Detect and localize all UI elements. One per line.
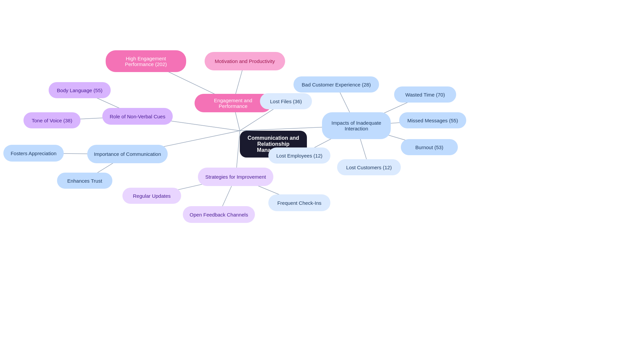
importance-communication: Importance of Communication (87, 145, 168, 163)
enhances-trust: Enhances Trust (57, 173, 112, 189)
burnout: Burnout (53) (401, 139, 458, 155)
role-nonverbal: Role of Non-Verbal Cues (102, 108, 173, 125)
lost-customers: Lost Customers (12) (337, 159, 401, 175)
missed-messages: Missed Messages (55) (399, 112, 466, 128)
strategies-improvement: Strategies for Improvement (198, 168, 273, 186)
high-engagement: High Engagement Performance (202) (106, 50, 186, 72)
regular-updates: Regular Updates (122, 188, 181, 204)
body-language: Body Language (55) (49, 82, 111, 98)
open-feedback: Open Feedback Channels (183, 206, 255, 223)
lost-files: Lost Files (36) (260, 93, 312, 109)
frequent-checkins: Frequent Check-Ins (268, 194, 330, 211)
motivation-productivity: Motivation and Productivity (205, 52, 285, 70)
bad-customer: Bad Customer Experience (28) (293, 76, 379, 93)
wasted-time: Wasted Time (70) (394, 86, 456, 103)
fosters-appreciation: Fosters Appreciation (3, 145, 64, 162)
lost-employees: Lost Employees (12) (268, 147, 330, 164)
tone-of-voice: Tone of Voice (38) (23, 112, 80, 128)
impacts-inadequate: Impacts of Inadequate Interaction (322, 112, 391, 139)
